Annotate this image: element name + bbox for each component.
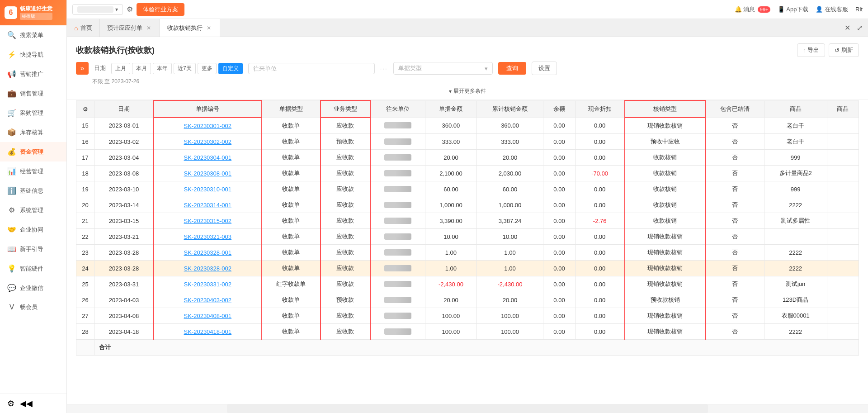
bill-no-link[interactable]: SK-20230328-001 bbox=[184, 249, 232, 256]
sidebar-item-collab[interactable]: 🤝 企业协同 bbox=[0, 220, 66, 239]
sidebar-item-operation[interactable]: 📊 经营管理 bbox=[0, 161, 66, 181]
cell-goods1: 2222 bbox=[764, 245, 827, 261]
bill-no-link[interactable]: SK-20230302-002 bbox=[184, 138, 232, 145]
bill-no-link[interactable]: SK-20230321-003 bbox=[184, 233, 232, 240]
sidebar-item-shortcut[interactable]: ⚡ 快捷导航 bbox=[0, 45, 66, 64]
sidebar-item-system[interactable]: ⚙ 系统管理 bbox=[0, 200, 66, 220]
gear-icon[interactable]: ⚙ bbox=[127, 5, 133, 14]
org-selector[interactable]: ▾ bbox=[72, 4, 123, 15]
bill-no-link[interactable]: SK-20230403-002 bbox=[184, 297, 232, 304]
date-btn-custom[interactable]: 自定义 bbox=[218, 63, 243, 74]
cell-goods2 bbox=[827, 308, 859, 324]
date-btn-group: 上月 本月 本年 近7天 更多 自定义 bbox=[111, 63, 243, 74]
tab-home[interactable]: ⌂ 首页 bbox=[67, 19, 100, 37]
shortcut-icon: ⚡ bbox=[7, 50, 16, 59]
bill-type-select[interactable]: 单据类型 ▾ bbox=[393, 62, 493, 75]
cell-bill-no: SK-20230302-002 bbox=[154, 134, 262, 150]
date-btn-7days[interactable]: 近7天 bbox=[174, 63, 196, 74]
bill-no-link[interactable]: SK-20230328-002 bbox=[184, 265, 232, 272]
sidebar-label-finance: 资金管理 bbox=[20, 148, 43, 156]
cell-bill-type: 收款单 bbox=[262, 150, 321, 166]
cell-bill-no: SK-20230314-001 bbox=[154, 197, 262, 213]
online-service-btn[interactable]: 👤 在线客服 bbox=[816, 5, 848, 14]
tab-writeoff-label: 收款核销执行 bbox=[167, 24, 203, 32]
cell-cash-discount: 0.00 bbox=[575, 292, 625, 308]
cell-cash-discount: 0.00 bbox=[575, 276, 625, 292]
settings-footer-icon[interactable]: ⚙ bbox=[7, 399, 14, 408]
cell-biz-type: 应收款 bbox=[321, 166, 370, 181]
bill-no-link[interactable]: SK-20230314-001 bbox=[184, 202, 232, 209]
table-row: 21 2023-03-15 SK-20230315-002 收款单 应收款 3,… bbox=[76, 213, 859, 229]
bill-no-link[interactable]: SK-20230331-002 bbox=[184, 281, 232, 288]
cell-goods1: 测试多属性 bbox=[764, 213, 827, 229]
col-cash-discount: 现金折扣 bbox=[575, 100, 625, 118]
sidebar-item-hardware[interactable]: 💡 智能硬件 bbox=[0, 259, 66, 278]
filter-settings-btn[interactable]: 设置 bbox=[532, 62, 557, 75]
bill-no-link[interactable]: SK-20230304-001 bbox=[184, 154, 232, 161]
cell-cash-discount: -70.00 bbox=[575, 166, 625, 181]
sidebar-item-sales[interactable]: 💼 销售管理 bbox=[0, 84, 66, 103]
bill-no-link[interactable]: SK-20230315-002 bbox=[184, 218, 232, 224]
cell-amount: 1.00 bbox=[425, 261, 476, 276]
cell-goods1: 2222 bbox=[764, 197, 827, 213]
tab-writeoff[interactable]: 收款核销执行 ✕ bbox=[160, 19, 220, 37]
cell-amount: 333.00 bbox=[425, 134, 476, 150]
sidebar-item-marketing[interactable]: 📢 营销推广 bbox=[0, 64, 66, 84]
cell-bill-no: SK-20230308-001 bbox=[154, 166, 262, 181]
bill-no-link[interactable]: SK-20230301-002 bbox=[184, 123, 232, 129]
industry-btn[interactable]: 体验行业方案 bbox=[137, 3, 184, 16]
sidebar-item-guide[interactable]: 📖 新手引导 bbox=[0, 239, 66, 259]
query-btn[interactable]: 查询 bbox=[498, 62, 526, 75]
cell-balance: 0.00 bbox=[543, 134, 575, 150]
basic-icon: ℹ️ bbox=[7, 186, 16, 195]
member-icon: V bbox=[7, 303, 16, 311]
cell-balance: 0.00 bbox=[543, 197, 575, 213]
cell-date: 2023-04-18 bbox=[94, 324, 154, 340]
cell-goods1 bbox=[764, 229, 827, 245]
cell-writeoff-type: 现销收款核销 bbox=[625, 261, 706, 276]
tab-expand-icon[interactable]: ⤢ bbox=[855, 22, 864, 34]
refresh-btn[interactable]: ↺ 刷新 bbox=[829, 43, 859, 57]
cell-writeoff-type: 收款核销 bbox=[625, 197, 706, 213]
cell-num: 26 bbox=[76, 292, 94, 308]
sidebar-item-inventory[interactable]: 📦 库存核算 bbox=[0, 123, 66, 142]
sidebar-label-operation: 经营管理 bbox=[20, 167, 43, 176]
sidebar-item-member[interactable]: V 畅会员 bbox=[0, 298, 66, 317]
date-btn-this-month[interactable]: 本月 bbox=[132, 63, 151, 74]
tab-close-all-icon[interactable]: ✕ bbox=[843, 22, 852, 34]
messages-label: 消息 bbox=[743, 6, 755, 13]
sidebar-item-search[interactable]: 🔍 搜索菜单 bbox=[0, 25, 66, 45]
bill-no-link[interactable]: SK-20230310-001 bbox=[184, 186, 232, 193]
cell-cash-discount: 0.00 bbox=[575, 118, 625, 134]
tab-prepay-close[interactable]: ✕ bbox=[145, 24, 152, 32]
sidebar-item-wechat[interactable]: 💬 企业微信 bbox=[0, 278, 66, 298]
tab-prepay[interactable]: 预计应应付单 ✕ bbox=[100, 19, 160, 37]
collapse-icon[interactable]: ◀◀ bbox=[20, 399, 33, 408]
app-download-btn[interactable]: 📱 App下载 bbox=[778, 5, 808, 14]
filter-toggle-btn[interactable]: » bbox=[76, 62, 89, 75]
date-btn-last-month[interactable]: 上月 bbox=[111, 63, 130, 74]
export-icon: ↑ bbox=[803, 47, 806, 54]
sidebar-footer: ⚙ ◀◀ bbox=[0, 394, 66, 413]
bill-no-link[interactable]: SK-20230408-001 bbox=[184, 313, 232, 319]
date-btn-more[interactable]: 更多 bbox=[198, 63, 217, 74]
export-btn[interactable]: ↑ 导出 bbox=[797, 43, 826, 57]
sidebar-item-finance[interactable]: 💰 资金管理 bbox=[0, 142, 66, 161]
sidebar-item-basic[interactable]: ℹ️ 基础信息 bbox=[0, 181, 66, 200]
messages-btn[interactable]: 🔔 消息 99+ bbox=[735, 5, 771, 14]
bill-no-link[interactable]: SK-20230308-001 bbox=[184, 170, 232, 177]
cell-cash-discount: 0.00 bbox=[575, 229, 625, 245]
counterpart-input[interactable] bbox=[253, 65, 370, 72]
wechat-icon: 💬 bbox=[7, 284, 16, 292]
filter-row: » 日期 上月 本月 本年 近7天 更多 自定义 ··· 单据类型 ▾ bbox=[76, 62, 859, 75]
sidebar-item-purchase[interactable]: 🛒 采购管理 bbox=[0, 103, 66, 123]
cell-date: 2023-04-08 bbox=[94, 308, 154, 324]
cell-balance: 0.00 bbox=[543, 213, 575, 229]
bill-no-link[interactable]: SK-20230418-001 bbox=[184, 328, 232, 335]
cell-include-settled: 否 bbox=[706, 213, 764, 229]
date-btn-this-year[interactable]: 本年 bbox=[153, 63, 172, 74]
cell-written-off: 20.00 bbox=[476, 150, 543, 166]
expand-btn[interactable]: ▾ 展开更多条件 bbox=[449, 87, 486, 95]
expand-row: ▾ 展开更多条件 bbox=[76, 87, 859, 95]
tab-writeoff-close[interactable]: ✕ bbox=[205, 24, 212, 32]
